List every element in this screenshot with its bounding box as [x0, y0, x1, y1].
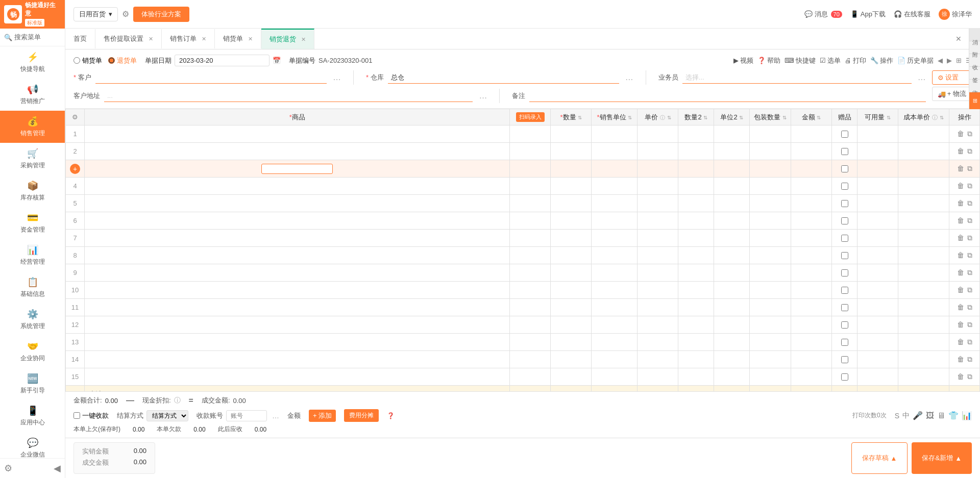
salesperson-select-btn[interactable]: …	[918, 73, 926, 82]
gift-cell-2[interactable]	[832, 143, 857, 160]
gift-check-1[interactable]	[841, 131, 848, 138]
amount-cell-11[interactable]	[791, 299, 832, 316]
delete-icon-5[interactable]: 🗑	[957, 199, 964, 208]
price-cell-8[interactable]	[638, 247, 678, 264]
sidebar-item-sales[interactable]: 💰 销售管理	[0, 111, 65, 143]
qty-cell-1[interactable]	[551, 125, 592, 143]
close-icon[interactable]: ✕	[301, 36, 306, 43]
gift-check-4[interactable]	[841, 183, 848, 190]
unit-sort-icon[interactable]: ⇅	[628, 115, 632, 120]
price-cell-3[interactable]	[638, 160, 678, 178]
copy-icon-3[interactable]: ⧉	[967, 164, 972, 173]
pack-cell-5[interactable]	[750, 195, 791, 212]
product-cell-4[interactable]	[85, 178, 510, 195]
save-new-btn[interactable]: 保存&新增 ▲	[912, 442, 972, 474]
settings-btn[interactable]: ⚙ 设置	[932, 70, 972, 85]
copy-icon-14[interactable]: ⧉	[967, 355, 972, 364]
sidebar-item-management[interactable]: 📊 经营管理	[0, 239, 65, 271]
delete-icon-2[interactable]: 🗑	[957, 147, 964, 156]
product-cell-11[interactable]	[85, 299, 510, 316]
settlement-select[interactable]: 结算方式	[146, 410, 188, 421]
gift-cell-15[interactable]	[832, 368, 857, 386]
gift-cell-14[interactable]	[832, 351, 857, 368]
gift-check-15[interactable]	[841, 373, 848, 381]
amount-cell-7[interactable]	[791, 230, 832, 247]
price-info-icon[interactable]: ⓘ	[660, 114, 665, 120]
unit-cell-11[interactable]	[592, 299, 638, 316]
qty-cell-5[interactable]	[551, 195, 592, 212]
sidebar-item-guide[interactable]: 🆕 新手引导	[0, 368, 65, 400]
col-settings-icon[interactable]: ⚙	[72, 113, 78, 121]
tab-price[interactable]: 售价提取设置 ✕	[95, 29, 162, 48]
unit2-cell-8[interactable]	[714, 247, 750, 264]
help-circle-icon[interactable]: ⓘ	[174, 396, 181, 405]
price-cell-6[interactable]	[638, 212, 678, 230]
product-cell-13[interactable]	[85, 334, 510, 351]
gift-cell-12[interactable]	[832, 316, 857, 334]
unit-cell-8[interactable]	[592, 247, 638, 264]
gift-cell-13[interactable]	[832, 334, 857, 351]
delete-icon-14[interactable]: 🗑	[957, 355, 964, 364]
gift-check-3[interactable]	[841, 165, 848, 172]
unit2-cell-12[interactable]	[714, 316, 750, 334]
gift-check-12[interactable]	[841, 321, 848, 329]
expense-help-icon[interactable]: ❓	[387, 412, 395, 419]
unit-cell-2[interactable]	[592, 143, 638, 160]
qty-cell-11[interactable]	[551, 299, 592, 316]
gift-check-11[interactable]	[841, 304, 848, 311]
qty2-cell-2[interactable]	[678, 143, 714, 160]
price-cell-9[interactable]	[638, 264, 678, 282]
unit2-cell-10[interactable]	[714, 282, 750, 299]
mic-icon[interactable]: 🎤	[913, 411, 923, 420]
amount-sort-icon[interactable]: ⇅	[817, 115, 821, 120]
message-btn[interactable]: 💬 消息 70	[804, 10, 842, 19]
delete-icon-6[interactable]: 🗑	[957, 216, 964, 225]
qty-cell-9[interactable]	[551, 264, 592, 282]
qty-cell-12[interactable]	[551, 316, 592, 334]
unit-cell-10[interactable]	[592, 282, 638, 299]
unit-cell-9[interactable]	[592, 264, 638, 282]
one-click-check[interactable]	[74, 412, 80, 419]
gift-cell-1[interactable]	[832, 125, 857, 143]
pack-cell-15[interactable]	[750, 368, 791, 386]
product-cell-9[interactable]	[85, 264, 510, 282]
copy-icon-7[interactable]: ⧉	[967, 234, 972, 242]
price-cell-14[interactable]	[638, 351, 678, 368]
logistics-btn[interactable]: 🚚 + 物流	[932, 87, 972, 101]
qty-cell-3[interactable]	[551, 160, 592, 178]
unit2-cell-6[interactable]	[714, 212, 750, 230]
product-cell-14[interactable]	[85, 351, 510, 368]
qty2-cell-4[interactable]	[678, 178, 714, 195]
product-cell-2[interactable]	[85, 143, 510, 160]
operate-btn[interactable]: 🔧 操作	[870, 56, 893, 65]
copy-icon-9[interactable]: ⧉	[967, 268, 972, 277]
copy-icon-8[interactable]: ⧉	[967, 251, 972, 260]
amount-cell-9[interactable]	[791, 264, 832, 282]
product-cell-10[interactable]	[85, 282, 510, 299]
unit2-cell-14[interactable]	[714, 351, 750, 368]
select-btn[interactable]: ☑ 选单	[820, 56, 841, 65]
price-cell-11[interactable]	[638, 299, 678, 316]
pack-cell-8[interactable]	[750, 247, 791, 264]
qty2-cell-3[interactable]	[678, 160, 714, 178]
delete-icon-3[interactable]: 🗑	[957, 164, 964, 173]
online-service-btn[interactable]: 🎧 在线客服	[894, 10, 930, 19]
product-cell-12[interactable]	[85, 316, 510, 334]
delete-icon-7[interactable]: 🗑	[957, 234, 964, 242]
delete-icon-9[interactable]: 🗑	[957, 268, 964, 277]
unit2-cell-2[interactable]	[714, 143, 750, 160]
gift-check-8[interactable]	[841, 252, 848, 259]
unit2-cell-11[interactable]	[714, 299, 750, 316]
qty2-sort-icon[interactable]: ⇅	[703, 115, 707, 120]
qty-cell-6[interactable]	[551, 212, 592, 230]
amount-cell-2[interactable]	[791, 143, 832, 160]
gift-check-2[interactable]	[841, 148, 848, 155]
delete-icon-10[interactable]: 🗑	[957, 286, 964, 294]
float-btn-3[interactable]: 收	[969, 54, 980, 67]
chs-icon[interactable]: 中	[902, 411, 910, 420]
gift-check-10[interactable]	[841, 287, 848, 294]
amount-cell-8[interactable]	[791, 247, 832, 264]
sidebar-search[interactable]: 🔍 搜索菜单	[0, 29, 65, 46]
pack-cell-11[interactable]	[750, 299, 791, 316]
sidebar-item-appstore[interactable]: 📱 应用中心	[0, 400, 65, 432]
